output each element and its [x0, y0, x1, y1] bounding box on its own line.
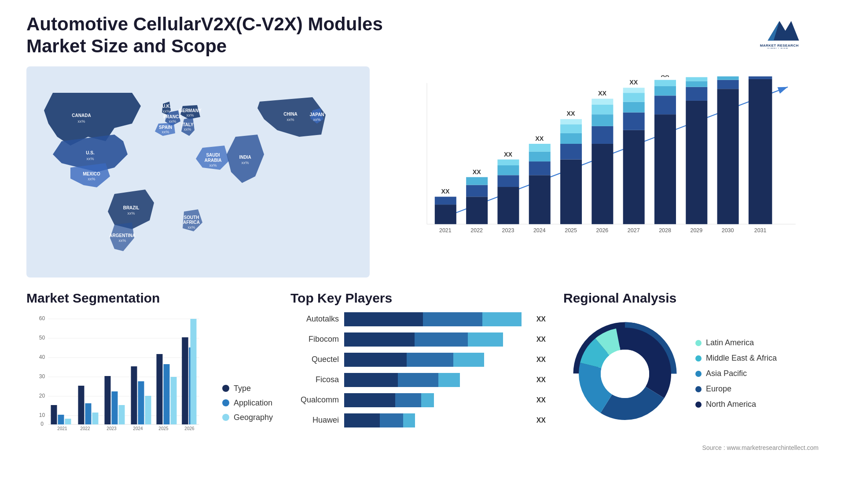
svg-text:xx%: xx%	[186, 113, 194, 117]
svg-text:xx%: xx%	[287, 117, 294, 122]
regional-label-mea: Middle East & Africa	[706, 354, 777, 363]
svg-text:JAPAN: JAPAN	[309, 112, 324, 117]
svg-rect-50	[497, 187, 519, 224]
regional-legend: Latin America Middle East & Africa Asia …	[695, 338, 777, 409]
player-row-qualcomm: Qualcomm XX	[290, 393, 546, 407]
svg-rect-51	[497, 175, 519, 187]
svg-text:2028: 2028	[659, 227, 671, 233]
svg-text:2024: 2024	[533, 227, 546, 233]
regional-legend-north-america: North America	[695, 400, 777, 409]
svg-rect-73	[592, 99, 613, 104]
player-bar-quectel	[344, 353, 531, 367]
svg-text:60: 60	[39, 315, 45, 321]
svg-rect-47	[466, 177, 488, 185]
svg-text:XX: XX	[535, 135, 544, 142]
legend-item-application: Application	[222, 398, 273, 408]
company-logo-icon: MARKET RESEARCH INTELLECT	[757, 13, 810, 48]
player-name-fibocom: Fibocom	[290, 335, 339, 344]
player-value-autotalks: XX	[536, 315, 546, 323]
player-row-huawei: Huawei XX	[290, 413, 546, 427]
svg-rect-131	[138, 381, 144, 424]
svg-text:0: 0	[40, 421, 44, 427]
svg-rect-126	[104, 376, 110, 424]
player-bar-autotalks	[344, 312, 531, 326]
svg-rect-127	[111, 391, 118, 424]
svg-rect-53	[497, 159, 519, 165]
player-bar-fibocom	[344, 332, 531, 347]
player-name-ficosa: Ficosa	[290, 375, 339, 384]
svg-rect-65	[560, 124, 582, 133]
market-segmentation: Market Segmentation 60 50 40 30 20 10 0	[26, 291, 273, 435]
player-value-ficosa: XX	[536, 376, 546, 384]
player-name-quectel: Quectel	[290, 355, 339, 364]
svg-text:ITALY: ITALY	[181, 122, 194, 127]
svg-text:xx%: xx%	[77, 119, 85, 124]
svg-rect-100	[749, 79, 772, 224]
svg-rect-120	[65, 419, 71, 424]
svg-rect-56	[529, 175, 551, 224]
svg-text:XX: XX	[441, 188, 450, 195]
svg-rect-85	[654, 86, 676, 95]
svg-rect-42	[435, 197, 456, 205]
svg-rect-134	[156, 354, 162, 424]
regional-legend-mea: Middle East & Africa	[695, 354, 777, 363]
regional-dot-latin-america	[695, 340, 702, 346]
svg-rect-83	[654, 114, 676, 224]
svg-text:10: 10	[39, 412, 45, 418]
svg-text:2031: 2031	[754, 227, 767, 233]
svg-rect-80	[623, 88, 645, 93]
svg-rect-62	[560, 159, 582, 224]
svg-text:CANADA: CANADA	[72, 113, 91, 118]
svg-rect-59	[529, 144, 551, 152]
donut-svg	[563, 312, 687, 435]
regional-dot-asia-pacific	[695, 371, 702, 377]
player-value-huawei: XX	[536, 416, 546, 424]
regional-dot-europe	[695, 386, 702, 392]
svg-text:INDIA: INDIA	[239, 155, 251, 160]
page-title: Automotive CellularV2X(C-V2X) Modules Ma…	[26, 13, 422, 58]
svg-rect-86	[654, 80, 676, 86]
svg-text:2025: 2025	[158, 426, 169, 431]
svg-rect-101	[749, 76, 772, 79]
svg-rect-45	[466, 197, 488, 224]
player-row-fibocom: Fibocom XX	[290, 332, 546, 347]
svg-text:U.S.: U.S.	[86, 150, 95, 155]
svg-text:xx%: xx%	[88, 177, 95, 181]
svg-rect-78	[623, 102, 645, 112]
svg-text:ARABIA: ARABIA	[205, 158, 222, 163]
svg-text:xx%: xx%	[241, 161, 249, 165]
svg-text:2022: 2022	[80, 426, 90, 431]
player-bar-ficosa	[344, 373, 531, 387]
legend-label-type: Type	[234, 384, 251, 393]
svg-rect-123	[85, 403, 91, 424]
svg-text:INTELLECT: INTELLECT	[767, 47, 788, 48]
svg-rect-71	[592, 114, 613, 126]
regional-label-europe: Europe	[706, 384, 731, 394]
legend-dot-application	[222, 399, 229, 406]
svg-text:xx%: xx%	[118, 238, 126, 243]
regional-label-north-america: North America	[706, 400, 756, 409]
player-name-huawei: Huawei	[290, 416, 339, 425]
player-bar-qualcomm	[344, 393, 531, 407]
logo-area: MARKET RESEARCH INTELLECT	[748, 13, 819, 48]
svg-rect-58	[529, 152, 551, 161]
regional-content: Latin America Middle East & Africa Asia …	[563, 312, 819, 435]
svg-text:xx%: xx%	[184, 127, 191, 131]
svg-rect-141	[182, 337, 188, 424]
svg-text:SPAIN: SPAIN	[159, 125, 172, 130]
svg-rect-97	[717, 76, 739, 80]
regional-legend-latin-america: Latin America	[695, 338, 777, 347]
source-attribution: Source : www.marketresearchintellect.com	[26, 444, 819, 451]
regional-dot-mea	[695, 355, 702, 362]
svg-rect-143	[190, 319, 196, 424]
svg-rect-66	[560, 119, 582, 124]
svg-text:U.K.: U.K.	[162, 104, 171, 109]
player-value-qualcomm: XX	[536, 396, 546, 404]
regional-dot-north-america	[695, 402, 702, 408]
map-svg: CANADA xx% U.S. xx% MEXICO xx% BRAZIL xx…	[26, 66, 370, 278]
player-row-ficosa: Ficosa XX	[290, 373, 546, 387]
svg-text:2030: 2030	[722, 227, 734, 233]
svg-text:2021: 2021	[439, 227, 452, 233]
svg-text:XX: XX	[473, 168, 481, 175]
svg-text:xx%: xx%	[162, 130, 169, 134]
